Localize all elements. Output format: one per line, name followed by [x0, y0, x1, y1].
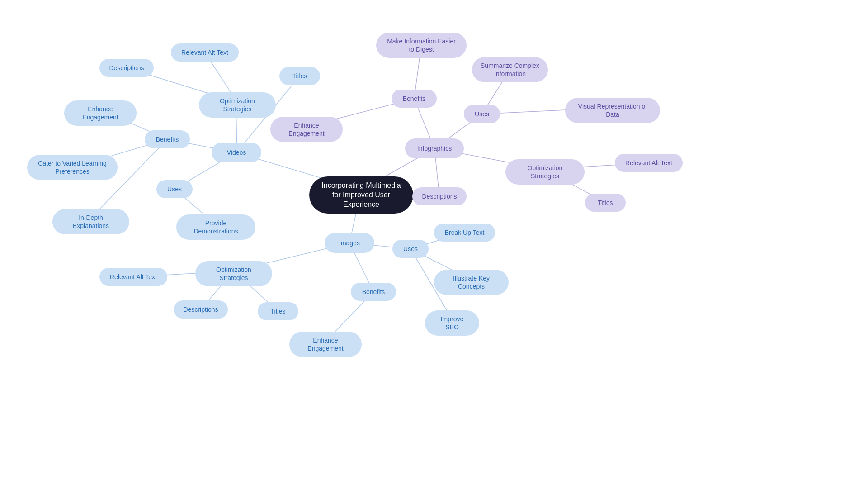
svg-line-14	[349, 243, 373, 292]
svg-line-13	[234, 243, 349, 271]
svg-line-0	[236, 152, 361, 190]
svg-line-28	[307, 99, 414, 127]
svg-line-30	[482, 108, 613, 114]
svg-line-8	[72, 139, 167, 167]
svg-line-12	[175, 189, 216, 224]
svg-line-9	[91, 139, 167, 218]
svg-line-26	[434, 148, 439, 196]
mindmap-svg: .connector { stroke: #b0c8e8; stroke-wid…	[0, 0, 868, 490]
svg-line-20	[410, 233, 465, 249]
svg-line-27	[414, 45, 421, 99]
svg-line-1	[349, 190, 361, 243]
svg-line-24	[434, 114, 482, 148]
svg-line-6	[236, 76, 300, 152]
svg-line-15	[349, 243, 410, 249]
svg-line-29	[482, 70, 510, 114]
svg-line-3	[167, 139, 236, 152]
svg-line-25	[434, 148, 545, 169]
svg-line-23	[414, 99, 434, 148]
svg-line-32	[545, 169, 606, 203]
svg-line-10	[127, 68, 237, 102]
svg-line-7	[100, 109, 167, 139]
svg-line-19	[326, 292, 373, 342]
svg-line-16	[133, 271, 234, 277]
svg-line-18	[234, 271, 278, 311]
svg-line-31	[545, 163, 649, 169]
svg-line-11	[205, 52, 237, 102]
svg-line-2	[361, 148, 434, 190]
svg-line-17	[201, 271, 234, 309]
svg-line-4	[175, 152, 236, 189]
svg-line-5	[236, 102, 237, 152]
